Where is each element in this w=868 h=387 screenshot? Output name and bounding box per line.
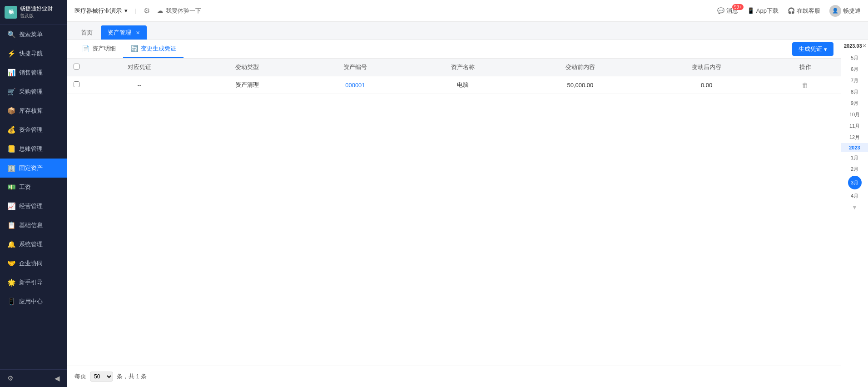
row-operation[interactable]: 🗑 [770, 76, 841, 94]
quick-nav-icon: ⚡ [7, 50, 15, 58]
asset-detail-icon: 📄 [82, 45, 89, 52]
pagination: 每页 50 10 20 100 条，共 1 条 [67, 366, 841, 387]
calendar-month-6[interactable]: 6月 [841, 64, 868, 75]
payroll-icon: 💵 [7, 183, 15, 191]
calendar-nav-down[interactable]: ▼ [841, 202, 868, 213]
calendar-month-3-active[interactable]: 3月 [848, 176, 862, 189]
generate-voucher-button[interactable]: 生成凭证 ▾ [792, 42, 833, 56]
sidebar-item-search[interactable]: 🔍 搜索菜单 [0, 25, 67, 44]
sidebar-item-enterprise[interactable]: 🤝 企业协同 [0, 254, 67, 273]
messages-badge: 99+ [732, 4, 744, 10]
generate-voucher-label: 生成凭证 [799, 45, 822, 53]
sidebar-item-app-center[interactable]: 📱 应用中心 [0, 292, 67, 311]
total-label: 条，共 1 条 [117, 372, 147, 381]
logo-subtitle: 普及版 [20, 13, 53, 19]
settings-icon[interactable]: ⚙ [7, 374, 13, 382]
service-icon: 🎧 [788, 7, 795, 14]
sub-tab-change-voucher[interactable]: 🔄 变更生成凭证 [123, 40, 184, 58]
row-checkbox[interactable] [74, 81, 79, 87]
sidebar-item-sales[interactable]: 📊 销售管理 [0, 63, 67, 82]
management-icon: 📈 [7, 202, 15, 210]
content-area: 📄 资产明细 🔄 变更生成凭证 生成凭证 ▾ [67, 40, 841, 387]
logo-text: 畅捷通好业财 普及版 [20, 5, 53, 19]
sidebar-item-label: 搜索菜单 [19, 30, 43, 39]
calendar-month-11[interactable]: 11月 [841, 120, 868, 132]
enterprise-icon: 🤝 [7, 259, 15, 268]
sidebar-item-guide[interactable]: 🌟 新手引导 [0, 273, 67, 292]
sidebar-item-management[interactable]: 📈 经营管理 [0, 197, 67, 216]
user-menu[interactable]: 👤 畅捷通 [829, 5, 861, 17]
sidebar-item-label: 应用中心 [19, 298, 43, 306]
tab-home[interactable]: 首页 [74, 26, 99, 40]
calendar-month-8[interactable]: 8月 [841, 86, 868, 98]
th-change-type: 变动类型 [193, 59, 302, 76]
settings-icon[interactable]: ⚙ [144, 6, 150, 15]
row-checkbox-cell[interactable] [67, 76, 85, 94]
calendar-controls: ✕ ⛶ [862, 43, 868, 49]
per-page-label: 每页 [74, 372, 86, 381]
sidebar-item-label: 库存核算 [19, 107, 43, 115]
messages-btn[interactable]: 💬 消息 99+ [717, 7, 738, 15]
sidebar-bottom: ⚙ ◀ [0, 369, 67, 387]
sidebar-item-label: 固定资产 [19, 164, 43, 172]
sidebar-item-label: 资金管理 [19, 126, 43, 134]
select-all-checkbox[interactable] [74, 64, 79, 69]
sidebar-item-payroll[interactable]: 💵 工资 [0, 178, 67, 197]
collapse-icon[interactable]: ◀ [55, 374, 60, 382]
sidebar-item-label: 基础信息 [19, 221, 43, 229]
calendar-header: 2023.03 ✕ ⛶ [841, 40, 868, 52]
sidebar-item-label: 销售管理 [19, 69, 43, 77]
main-content: 📄 资产明细 🔄 变更生成凭证 生成凭证 ▾ [67, 40, 841, 387]
sidebar-item-ledger[interactable]: 📒 总账管理 [0, 139, 67, 159]
sidebar-item-finance[interactable]: 💰 资金管理 [0, 120, 67, 139]
sidebar-item-inventory[interactable]: 📦 库存核算 [0, 101, 67, 120]
table-container: 对应凭证 变动类型 资产编号 资产名称 [67, 59, 841, 366]
logo-icon: 畅 [5, 6, 17, 19]
app-download-btn[interactable]: 📱 App下载 [747, 7, 779, 15]
app-center-icon: 📱 [7, 298, 15, 306]
chevron-down-icon[interactable]: ▼ [852, 203, 858, 211]
tab-close-icon[interactable]: ✕ [136, 30, 140, 35]
sidebar-item-label: 快捷导航 [19, 50, 43, 58]
calendar-month-12[interactable]: 12月 [841, 132, 868, 143]
online-service-btn[interactable]: 🎧 在线客服 [788, 7, 820, 15]
calendar-month-10[interactable]: 10月 [841, 109, 868, 120]
sidebar-item-base-info[interactable]: 📋 基础信息 [0, 216, 67, 235]
calendar-year-label: 2023.03 [844, 43, 862, 49]
calendar-month-9[interactable]: 9月 [841, 98, 868, 109]
sidebar-item-label: 新手引导 [19, 278, 43, 287]
top-header: 医疗器械行业演示 ▾ | ⚙ ☁ 我要体验一下 💬 消息 99+ 📱 App下载… [67, 0, 868, 22]
calendar-month-4[interactable]: 4月 [841, 190, 868, 202]
sub-tab-asset-detail[interactable]: 📄 资产明细 [74, 40, 123, 58]
sidebar: 畅 畅捷通好业财 普及版 🔍 搜索菜单 ⚡ 快捷导航 📊 销售管理 🛒 采购管理… [0, 0, 67, 387]
purchase-icon: 🛒 [7, 88, 15, 96]
chevron-down-icon: ▾ [124, 7, 128, 14]
data-table: 对应凭证 变动类型 资产编号 资产名称 [67, 59, 841, 94]
th-after-change: 变动后内容 [643, 59, 769, 76]
sidebar-item-purchase[interactable]: 🛒 采购管理 [0, 82, 67, 101]
tab-home-label: 首页 [81, 29, 93, 36]
message-icon: 💬 [717, 7, 724, 14]
calendar-month-5[interactable]: 5月 [841, 52, 868, 64]
sidebar-item-label: 采购管理 [19, 88, 43, 96]
experience-btn[interactable]: ☁ 我要体验一下 [157, 7, 201, 15]
sidebar-item-system[interactable]: 🔔 系统管理 [0, 235, 67, 254]
delete-icon[interactable]: 🗑 [802, 81, 808, 89]
calendar-month-1[interactable]: 1月 [841, 152, 868, 164]
calendar-panel: 2023.03 ✕ ⛶ 5月 6月 7月 8月 9月 10月 11月 12月 2… [841, 40, 868, 387]
experience-label: 我要体验一下 [166, 7, 201, 15]
calendar-month-2[interactable]: 2月 [841, 164, 868, 175]
row-asset-code: 000001 [301, 76, 409, 94]
sidebar-item-quick-nav[interactable]: ⚡ 快捷导航 [0, 44, 67, 63]
tab-asset-mgmt[interactable]: 资产管理 ✕ [101, 25, 147, 40]
company-selector[interactable]: 医疗器械行业演示 ▾ [74, 7, 128, 15]
sidebar-item-fixed-assets[interactable]: 🏢 固定资产 [0, 159, 67, 178]
calendar-month-7[interactable]: 7月 [841, 75, 868, 86]
row-asset-name: 电脑 [409, 76, 517, 94]
row-before-change: 50,000.00 [517, 76, 643, 94]
table-row: -- 资产清理 000001 电脑 50,000.00 0.00 🗑 [67, 76, 841, 94]
calendar-year-2023: 2023 [841, 143, 868, 152]
calendar-close-icon[interactable]: ✕ [862, 43, 867, 49]
per-page-select[interactable]: 50 10 20 100 [90, 372, 113, 382]
th-asset-code: 资产编号 [301, 59, 409, 76]
